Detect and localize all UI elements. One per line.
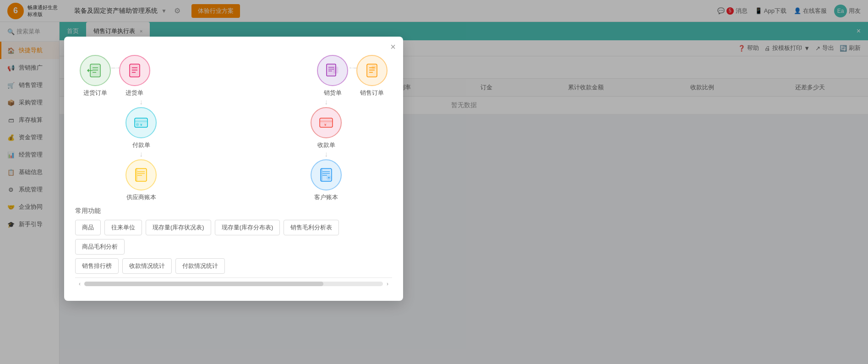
- func-buttons-row2: 销售排行榜 收款情况统计 付款情况统计: [75, 258, 392, 274]
- arrow-down-purchase: ↓: [126, 97, 157, 107]
- arrow-sales-order-to-bill: ← - - - -: [348, 55, 356, 71]
- func-btn-payment-stats[interactable]: 付款情况统计: [175, 258, 225, 274]
- flow-node-receipt[interactable]: ¥ 收款单: [311, 107, 342, 149]
- func-buttons: 商品 往来单位 现存量(库存状况表) 现存量(库存分布表) 销售毛利分析表 商品…: [75, 220, 392, 255]
- customer-ledger-label: 客户账本: [314, 193, 338, 201]
- svg-rect-16: [333, 67, 338, 73]
- dialog-close-icon[interactable]: ×: [390, 42, 396, 51]
- func-btn-goods-margin[interactable]: 商品毛利分析: [75, 239, 125, 255]
- payment-circle: ¥: [126, 107, 157, 138]
- scroll-thumb[interactable]: [84, 282, 323, 286]
- scroll-track[interactable]: [84, 282, 383, 286]
- flow-node-sales-bill[interactable]: 销货单: [317, 55, 348, 97]
- func-btn-counterparty[interactable]: 往来单位: [104, 220, 142, 235]
- svg-point-26: [136, 123, 139, 126]
- arrow-purchase-to-bill: - - - - →: [111, 55, 119, 71]
- svg-rect-6: [130, 64, 140, 77]
- arrow-down-payment: ↓: [126, 149, 157, 159]
- purchase-order-label: 进货订单: [83, 89, 107, 97]
- svg-rect-30: [320, 120, 333, 122]
- svg-marker-5: [87, 69, 89, 72]
- scroll-area: ‹ ›: [75, 277, 392, 290]
- svg-rect-37: [136, 168, 137, 181]
- supplier-ledger-circle: [126, 159, 157, 190]
- arrow-down-sales: ↓: [311, 97, 342, 107]
- flow-node-purchase-order[interactable]: 进货订单: [80, 55, 111, 97]
- common-functions: 常用功能 商品 往来单位 现存量(库存状况表) 现存量(库存分布表) 销售毛利分…: [75, 201, 392, 277]
- customer-ledger-circle: [311, 159, 342, 190]
- purchase-bill-circle: [119, 55, 150, 86]
- scroll-right-icon[interactable]: ›: [387, 281, 388, 287]
- flow-node-payment[interactable]: ¥ 付款单: [126, 107, 157, 149]
- func-btn-sales-margin[interactable]: 销售毛利分析表: [284, 220, 339, 235]
- sales-bill-circle: [317, 55, 348, 86]
- func-btn-current-qty-status[interactable]: 现存量(库存状况表): [146, 220, 211, 235]
- sales-order-label: 销售订单: [360, 89, 384, 97]
- dialog: × 进货订单 - - - - → 进货单 销货单: [64, 37, 403, 301]
- flow-node-purchase-bill[interactable]: 进货单: [119, 55, 150, 97]
- receipt-circle: ¥: [311, 107, 342, 138]
- func-btn-sales-rank[interactable]: 销售排行榜: [75, 258, 119, 274]
- supplier-ledger-label: 供应商账本: [126, 193, 156, 201]
- func-btn-current-qty-dist[interactable]: 现存量(库存分布表): [215, 220, 280, 235]
- svg-text:¥: ¥: [324, 123, 327, 127]
- common-functions-title: 常用功能: [75, 207, 392, 215]
- func-btn-receipt-stats[interactable]: 收款情况统计: [122, 258, 172, 274]
- flow-node-sales-order[interactable]: 销售订单: [356, 55, 388, 97]
- svg-rect-22: [372, 66, 376, 69]
- arrow-down-receipt: ↓: [311, 149, 342, 159]
- purchase-bill-label: 进货单: [126, 89, 143, 97]
- sales-bill-label: 销货单: [324, 89, 342, 97]
- purchase-order-circle: [80, 55, 111, 86]
- scroll-left-icon[interactable]: ‹: [79, 281, 81, 287]
- receipt-label: 收款单: [317, 141, 335, 149]
- svg-rect-43: [321, 168, 322, 181]
- func-btn-goods[interactable]: 商品: [75, 220, 101, 235]
- payment-label: 付款单: [132, 141, 150, 149]
- svg-rect-25: [135, 120, 147, 122]
- svg-text:¥: ¥: [140, 123, 142, 127]
- flow-node-supplier-ledger[interactable]: 供应商账本: [126, 159, 157, 201]
- sales-order-circle: [356, 55, 388, 86]
- flow-node-customer-ledger[interactable]: 客户账本: [311, 159, 342, 201]
